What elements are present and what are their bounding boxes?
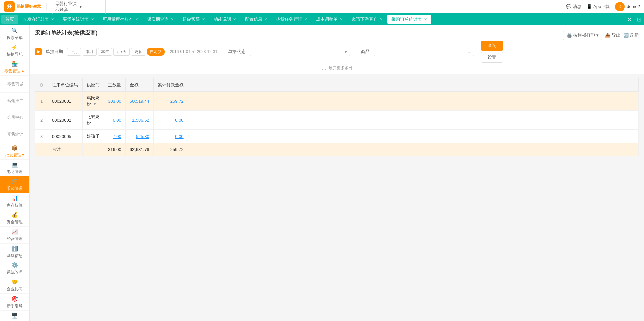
tab-1-close[interactable]: ✕ bbox=[51, 17, 54, 22]
finance-icon: 💰 bbox=[11, 212, 18, 218]
nav-close-btn[interactable]: ✕ bbox=[626, 15, 633, 24]
print-button[interactable]: 🖨️ 按模板打印 ▾ bbox=[563, 31, 602, 40]
sidebar-item-search[interactable]: 🔍 搜索菜单 bbox=[0, 25, 29, 42]
shortcut-icon: ⚡ bbox=[11, 44, 18, 50]
tab-2-close[interactable]: ✕ bbox=[91, 17, 94, 22]
expand-toggle-btn[interactable]: ▶ bbox=[35, 48, 42, 55]
nav-expand-btn[interactable]: ⊡ bbox=[636, 15, 643, 24]
col-code-header: 往来单位编码 bbox=[48, 78, 83, 92]
user-area[interactable]: D demo2 bbox=[615, 2, 640, 11]
tab-5-label: 超储预警 bbox=[182, 16, 200, 22]
footer-paid: 259.72 bbox=[153, 143, 188, 156]
sidebar-item-retail-mgmt[interactable]: 🏪 零售管理 ▲ bbox=[0, 59, 29, 76]
goods-input[interactable]: ··· bbox=[374, 48, 474, 56]
tab-2[interactable]: 要货单统计表 ✕ bbox=[59, 15, 98, 24]
filter-row-2: ⌄⌄ 展开更多条件 bbox=[35, 65, 639, 74]
page-title: 采购订单统计表(按供应商) bbox=[35, 30, 98, 37]
sidebar-item-finance[interactable]: 💰 资金管理 bbox=[0, 210, 29, 227]
export-icon: 📤 bbox=[605, 33, 610, 38]
sidebar-item-guide[interactable]: 🎯 新手引导 bbox=[0, 294, 29, 311]
row-paid[interactable]: 0.00 bbox=[153, 111, 188, 130]
refresh-icon: 🔄 bbox=[623, 33, 629, 38]
sidebar-item-inventory[interactable]: 📊 库存核算 bbox=[0, 193, 29, 210]
tab-1[interactable]: 收发存汇总表 ✕ bbox=[19, 15, 58, 24]
sidebar-item-marketing[interactable]: 营销推广 bbox=[0, 93, 29, 109]
footer-quantity: 316.00 bbox=[104, 143, 126, 156]
tab-10[interactable]: 邀请下游客户 ✕ bbox=[347, 15, 387, 24]
tab-8-close[interactable]: ✕ bbox=[304, 17, 307, 22]
tab-9-label: 成本调整单 bbox=[316, 16, 338, 22]
app-download-label: App下载 bbox=[593, 4, 610, 10]
col-settings[interactable]: ⚙ bbox=[35, 78, 48, 92]
tab-9-close[interactable]: ✕ bbox=[340, 17, 343, 22]
retail-arrow-icon: ▲ bbox=[21, 69, 25, 73]
date-btn-custom[interactable]: 自定义 bbox=[147, 48, 165, 56]
date-btn-this-month[interactable]: 本月 bbox=[83, 48, 97, 56]
sidebar-item-app-center[interactable]: 🖥️ 应用中心 bbox=[0, 311, 29, 321]
row-amount[interactable]: 1,586.52 bbox=[125, 111, 153, 130]
date-btn-7days[interactable]: 近7天 bbox=[113, 48, 130, 56]
tab-active[interactable]: 采购订单统计表 ✕ bbox=[387, 15, 431, 24]
sidebar-item-wholesale[interactable]: 📦 批发管理 ▾ bbox=[0, 143, 29, 160]
tab-6[interactable]: 功能说明 ✕ bbox=[210, 15, 240, 24]
row-index: 2 bbox=[35, 111, 48, 130]
sidebar-item-shortcut[interactable]: ⚡ 快捷导航 bbox=[0, 42, 29, 59]
date-btn-more[interactable]: 更多 bbox=[131, 48, 145, 56]
tab-4-close[interactable]: ✕ bbox=[171, 17, 174, 22]
tab-active-close[interactable]: ✕ bbox=[424, 17, 427, 22]
tab-7[interactable]: 配置信息 ✕ bbox=[241, 15, 271, 24]
settings-button[interactable]: 设置 bbox=[481, 52, 503, 63]
app-download-action[interactable]: 📱 App下载 bbox=[587, 4, 610, 10]
message-action[interactable]: 💬 消息 bbox=[566, 4, 581, 10]
print-icon: 🖨️ bbox=[567, 33, 572, 38]
tab-7-close[interactable]: ✕ bbox=[264, 17, 267, 22]
row-paid[interactable]: 0.00 bbox=[153, 130, 188, 143]
expand-more-btn[interactable]: ⌄⌄ 展开更多条件 bbox=[321, 65, 353, 71]
workspace-selector[interactable]: 母婴行业演示账套 ▾ bbox=[52, 0, 106, 14]
sidebar-item-operations[interactable]: 📈 经营管理 bbox=[0, 227, 29, 244]
sidebar-item-purchase[interactable]: 🛒 采购管理 bbox=[0, 176, 29, 193]
query-button[interactable]: 查询 bbox=[481, 41, 503, 51]
table-row: 1 00020001 惠氏奶粉 ▾ 303.00 60,519.44 259.7… bbox=[35, 92, 639, 111]
row-quantity[interactable]: 6.00 bbox=[104, 111, 126, 130]
tab-10-close[interactable]: ✕ bbox=[380, 17, 383, 22]
row-code: 00020002 bbox=[48, 111, 83, 130]
row-extra bbox=[188, 111, 638, 130]
row-quantity[interactable]: 303.00 bbox=[104, 92, 126, 111]
row-amount[interactable]: 60,519.44 bbox=[125, 92, 153, 111]
tab-3[interactable]: 可用量库存账本 ✕ bbox=[99, 15, 142, 24]
sidebar-item-member-label: 会员中心 bbox=[7, 115, 23, 120]
user-avatar: D bbox=[615, 2, 625, 11]
date-btn-last-month[interactable]: 上月 bbox=[67, 48, 81, 56]
tab-9[interactable]: 成本调整单 ✕ bbox=[312, 15, 347, 24]
sidebar-item-app-center-label: 应用中心 bbox=[7, 320, 23, 321]
sidebar-item-system[interactable]: ⚙️ 系统管理 bbox=[0, 260, 29, 277]
status-select[interactable]: ▾ bbox=[250, 48, 350, 56]
col-extra bbox=[188, 78, 638, 92]
sidebar-item-ecommerce[interactable]: 💻 电商管理 bbox=[0, 160, 29, 176]
print-dropdown-icon: ▾ bbox=[596, 33, 599, 38]
tab-3-close[interactable]: ✕ bbox=[135, 17, 138, 22]
row-paid[interactable]: 259.72 bbox=[153, 92, 188, 111]
sidebar-item-retail-shop[interactable]: 零售商城 bbox=[0, 76, 29, 93]
date-filter-label: 单据日期 bbox=[46, 49, 63, 55]
tab-5[interactable]: 超储预警 ✕ bbox=[178, 15, 209, 24]
export-button[interactable]: 📤 导出 bbox=[605, 32, 621, 38]
row-quantity[interactable]: 7.00 bbox=[104, 130, 126, 143]
tab-4[interactable]: 保质期查询 ✕ bbox=[143, 15, 178, 24]
sidebar-item-retail-stats[interactable]: 零售统计 bbox=[0, 126, 29, 143]
sidebar-item-collab[interactable]: 🤝 企业协同 bbox=[0, 277, 29, 294]
tab-5-close[interactable]: ✕ bbox=[202, 17, 205, 22]
data-table: ⚙ 往来单位编码 供应商 主数量 金额 累计付款金额 1 00020001 惠氏… bbox=[35, 78, 639, 156]
refresh-button[interactable]: 🔄 刷新 bbox=[623, 32, 639, 38]
sidebar-item-basic-info[interactable]: ℹ️ 基础信息 bbox=[0, 244, 29, 260]
row-expand-icon[interactable]: ▾ bbox=[94, 101, 96, 106]
date-btn-this-year[interactable]: 本年 bbox=[98, 48, 112, 56]
tab-home[interactable]: 首页 bbox=[1, 15, 18, 24]
tab-8[interactable]: 拣货任务管理 ✕ bbox=[272, 15, 311, 24]
tab-6-close[interactable]: ✕ bbox=[233, 17, 236, 22]
logo-area: 好 畅捷通好生意 bbox=[4, 1, 41, 12]
tab-10-label: 邀请下游客户 bbox=[352, 16, 378, 22]
row-amount[interactable]: 525.80 bbox=[125, 130, 153, 143]
sidebar-item-member[interactable]: 会员中心 bbox=[0, 109, 29, 126]
